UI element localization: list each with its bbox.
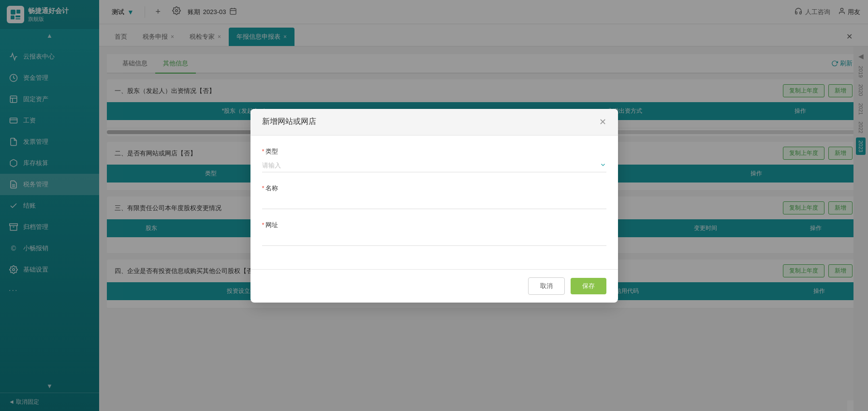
cancel-button[interactable]: 取消 (528, 277, 565, 295)
modal-footer: 取消 保存 (250, 269, 618, 303)
form-field-name: *名称 (262, 184, 606, 209)
form-label-url: *网址 (262, 221, 606, 229)
required-star-url: * (262, 221, 265, 228)
form-field-url: *网址 (262, 221, 606, 246)
name-input-wrapper (262, 196, 606, 209)
modal-title: 新增网站或网店 (262, 117, 316, 127)
modal-close-button[interactable]: ✕ (599, 117, 606, 127)
form-label-type: *类型 (262, 147, 606, 156)
modal-overlay: 新增网站或网店 ✕ *类型 *名称 (0, 0, 868, 411)
modal-add-website: 新增网站或网店 ✕ *类型 *名称 (250, 109, 618, 303)
url-input[interactable] (262, 232, 606, 246)
modal-body: *类型 *名称 * (250, 136, 618, 269)
form-label-name: *名称 (262, 184, 606, 193)
required-star-name: * (262, 184, 265, 192)
form-field-type: *类型 (262, 147, 606, 172)
type-input[interactable] (262, 159, 606, 172)
save-button[interactable]: 保存 (571, 278, 606, 294)
type-input-wrapper (262, 159, 606, 172)
required-star-type: * (262, 148, 265, 155)
type-dropdown-icon[interactable] (600, 161, 606, 169)
url-input-wrapper (262, 232, 606, 246)
modal-header: 新增网站或网店 ✕ (250, 109, 618, 136)
name-input[interactable] (262, 196, 606, 209)
